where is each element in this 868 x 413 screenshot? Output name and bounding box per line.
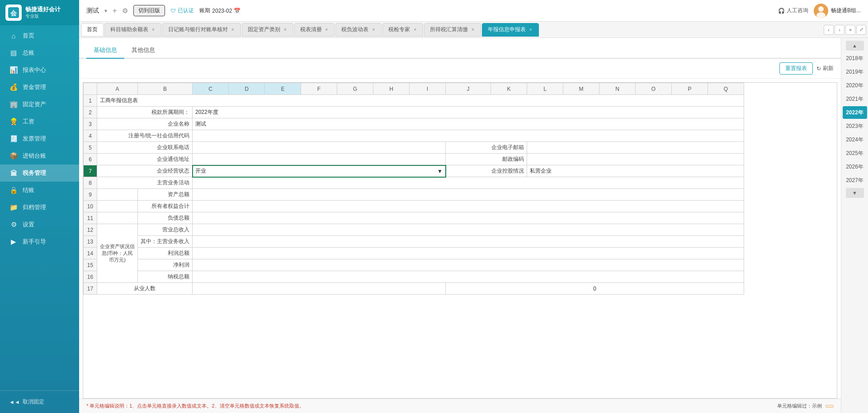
topbar-old-version-btn[interactable]: 切到旧版 <box>133 5 165 16</box>
year-2018[interactable]: 2018年 <box>843 52 867 65</box>
year-2022[interactable]: 2022年 <box>843 106 867 119</box>
r12-value[interactable] <box>193 224 744 236</box>
topbar-gear-btn[interactable]: ⚙ <box>122 7 128 15</box>
r3-value[interactable]: 测试 <box>193 118 744 130</box>
r14-value[interactable] <box>193 248 744 259</box>
col-header-o[interactable]: O <box>636 83 672 95</box>
sub-tab-other[interactable]: 其他信息 <box>124 42 162 59</box>
r6-value[interactable] <box>193 154 446 165</box>
tabs-next-btn[interactable]: › <box>835 25 844 35</box>
tab-assets-close[interactable]: × <box>283 27 288 32</box>
tab-taxwave[interactable]: 税负波动表 × <box>335 23 382 37</box>
r5-value[interactable] <box>193 142 446 154</box>
sidebar-item-tax[interactable]: 🏛 税务管理 <box>0 164 79 182</box>
col-header-c[interactable]: C <box>193 83 229 95</box>
r5-right-value[interactable] <box>527 142 744 154</box>
tab-home[interactable]: 首页 <box>81 23 104 37</box>
r4-value[interactable] <box>193 130 744 142</box>
tabs-close-btn[interactable]: × <box>845 25 855 35</box>
r6-right-value[interactable] <box>527 154 744 165</box>
refresh-btn[interactable]: ↻ 刷新 <box>816 65 834 72</box>
sidebar-item-funds[interactable]: 💰 资金管理 <box>0 79 79 96</box>
sidebar-pin-btn[interactable]: ◄◄ 取消固定 <box>0 394 79 409</box>
tab-bank-close[interactable]: × <box>231 27 235 32</box>
col-header-h[interactable]: H <box>373 83 410 95</box>
col-header-d[interactable]: D <box>229 83 265 95</box>
year-2021[interactable]: 2021年 <box>843 93 867 105</box>
r13-value[interactable] <box>193 236 744 248</box>
r15-value[interactable] <box>193 259 744 271</box>
r2-value[interactable]: 2022年度 <box>193 107 744 118</box>
tab-taxwave-close[interactable]: × <box>371 27 376 32</box>
tab-taxform-close[interactable]: × <box>325 27 329 32</box>
tab-aux-close[interactable]: × <box>151 27 156 32</box>
sidebar-item-assets[interactable]: 🏢 固定资产 <box>0 96 79 113</box>
year-2020[interactable]: 2020年 <box>843 79 867 92</box>
tab-annual-close[interactable]: × <box>528 27 533 32</box>
topbar-service-btn[interactable]: 🎧 人工咨询 <box>778 7 808 14</box>
topbar-user[interactable]: 畅捷通B组... <box>814 4 861 18</box>
year-2027[interactable]: 2027年 <box>843 174 867 187</box>
col-header-m[interactable]: M <box>563 83 599 95</box>
table-row: 5 企业联系电话 企业电子邮箱 <box>84 142 744 154</box>
reset-btn[interactable]: 重置报表 <box>779 62 813 75</box>
sidebar-item-wages[interactable]: 👷 工资 <box>0 113 79 130</box>
sidebar-item-archive[interactable]: 📁 归档管理 <box>0 199 79 216</box>
r16-value[interactable] <box>193 271 744 283</box>
tab-taxform[interactable]: 税表清册 × <box>294 23 335 37</box>
topbar-plus-btn[interactable]: + <box>113 7 117 15</box>
col-header-j[interactable]: J <box>446 83 491 95</box>
tab-taxcheck-close[interactable]: × <box>413 27 417 32</box>
col-header-i[interactable]: I <box>410 83 446 95</box>
year-2025[interactable]: 2025年 <box>843 147 867 160</box>
tab-taxcheck[interactable]: 税检专家 × <box>382 23 423 37</box>
r7-dropdown[interactable]: 开业 ▼ <box>195 167 443 175</box>
year-2026[interactable]: 2026年 <box>843 160 867 173</box>
r11-value[interactable] <box>193 212 744 224</box>
r7-dropdown-cell[interactable]: 开业 ▼ <box>193 165 446 177</box>
tab-annual[interactable]: 年报信息申报表 × <box>482 23 539 37</box>
col-header-q[interactable]: Q <box>708 83 744 95</box>
r17-num[interactable]: 0 <box>446 283 744 295</box>
tabs-prev-btn[interactable]: ‹ <box>824 25 834 35</box>
r9-value[interactable] <box>193 189 744 201</box>
r7-right-value[interactable]: 私营企业 <box>527 165 744 177</box>
col-header-f[interactable]: F <box>301 83 337 95</box>
sidebar-item-home[interactable]: ⌂ 首页 <box>0 27 79 44</box>
col-header-a[interactable]: A <box>97 83 138 95</box>
calendar-icon[interactable]: 📅 <box>234 8 241 14</box>
col-header-b[interactable]: B <box>138 83 193 95</box>
col-header-l[interactable]: L <box>527 83 563 95</box>
tabs-expand-btn[interactable]: ⤢ <box>856 25 866 35</box>
col-header-k[interactable]: K <box>491 83 527 95</box>
col-header-n[interactable]: N <box>599 83 636 95</box>
sidebar-item-close[interactable]: 🔒 结账 <box>0 182 79 199</box>
spreadsheet-wrap[interactable]: A B C D E F G H I J K L <box>83 82 837 399</box>
sheet-title[interactable]: 工商年报信息表 <box>97 95 744 107</box>
sidebar-item-invoice[interactable]: 🧾 发票管理 <box>0 130 79 147</box>
sidebar-item-report[interactable]: 📊 报表中心 <box>0 61 79 79</box>
r10-value[interactable] <box>193 201 744 212</box>
year-2023[interactable]: 2023年 <box>843 120 867 132</box>
topbar-dropdown-arrow[interactable]: ▾ <box>104 8 107 14</box>
year-2024[interactable]: 2024年 <box>843 133 867 146</box>
year-2019[interactable]: 2019年 <box>843 66 867 78</box>
sidebar-item-ledger[interactable]: ▤ 总账 <box>0 44 79 61</box>
tab-assets[interactable]: 固定资产类别 × <box>242 23 293 37</box>
sidebar-item-settings[interactable]: ⚙ 设置 <box>0 216 79 233</box>
col-header-p[interactable]: P <box>672 83 708 95</box>
col-header-e[interactable]: E <box>265 83 301 95</box>
tab-aux[interactable]: 科目辅助余额表 × <box>104 23 161 37</box>
year-scroll-up-btn[interactable]: ▲ <box>846 41 864 51</box>
r17-value[interactable] <box>193 283 446 295</box>
sidebar-item-stock[interactable]: 📦 进销台账 <box>0 147 79 164</box>
r8-value[interactable] <box>193 177 744 189</box>
sidebar-item-guide[interactable]: ▶ 新手引导 <box>0 233 79 250</box>
tab-income[interactable]: 所得税汇算清缴 × <box>424 23 481 37</box>
year-scroll-down-btn[interactable]: ▼ <box>846 188 864 198</box>
tab-income-close[interactable]: × <box>471 27 475 32</box>
sub-tab-basic[interactable]: 基础信息 <box>86 42 124 59</box>
tab-bank[interactable]: 日记账与银行对账单核对 × <box>162 23 241 37</box>
col-header-g[interactable]: G <box>337 83 373 95</box>
dropdown-arrow-icon[interactable]: ▼ <box>437 168 443 174</box>
